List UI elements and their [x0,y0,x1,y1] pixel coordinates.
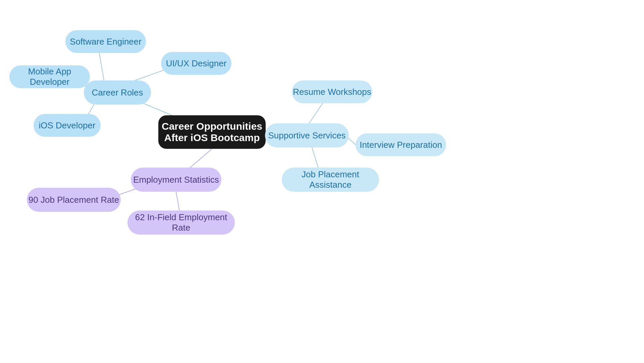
career-roles-node[interactable]: Career Roles [84,80,151,105]
center-node[interactable]: Career Opportunities After iOS Bootcamp [158,115,266,149]
job-placement-assistance-node[interactable]: Job Placement Assistance [282,168,379,192]
employment-statistics-node[interactable]: Employment Statistics [131,168,221,192]
software-engineer-node[interactable]: Software Engineer [65,30,146,53]
resume-workshops-node[interactable]: Resume Workshops [292,80,372,103]
in-field-employment-node[interactable]: 62 In-Field Employment Rate [127,210,235,235]
ios-developer-node[interactable]: iOS Developer [34,114,101,137]
ui-ux-designer-node[interactable]: UI/UX Designer [161,52,231,75]
interview-preparation-node[interactable]: Interview Preparation [356,133,446,156]
job-placement-rate-node[interactable]: 90 Job Placement Rate [27,188,121,212]
mobile-app-developer-node[interactable]: Mobile App Developer [9,65,90,88]
supportive-services-node[interactable]: Supportive Services [265,123,349,147]
svg-line-7 [176,192,179,211]
